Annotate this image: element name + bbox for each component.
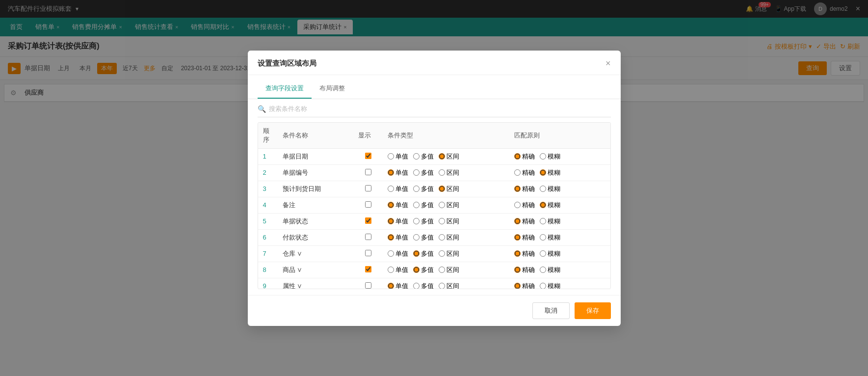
dialog-title: 设置查询区域布局 (258, 59, 316, 68)
tab-layout-adjust[interactable]: 布局调整 (312, 81, 353, 99)
search-bar: 🔍 (258, 105, 611, 107)
dialog-overlay: 设置查询区域布局 × 查询字段设置 布局调整 🔍 (0, 0, 868, 106)
settings-dialog: 设置查询区域布局 × 查询字段设置 布局调整 🔍 (248, 51, 621, 107)
search-icon: 🔍 (258, 105, 266, 107)
dialog-header: 设置查询区域布局 × (248, 51, 621, 75)
search-input[interactable] (269, 105, 611, 106)
tab-query-field[interactable]: 查询字段设置 (258, 81, 312, 99)
dialog-close-btn[interactable]: × (605, 58, 611, 69)
dialog-tabs: 查询字段设置 布局调整 (248, 75, 621, 99)
dialog-body: 🔍 顺序 条件名称 显示 条件类型 匹配原则 (248, 99, 621, 107)
